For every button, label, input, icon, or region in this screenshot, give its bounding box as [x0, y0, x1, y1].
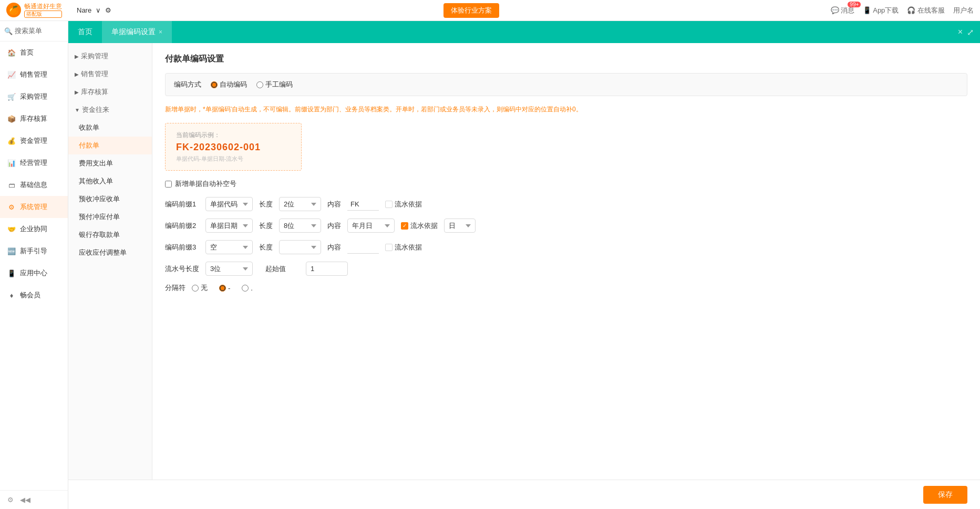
prefix-3-select[interactable]: 空 [205, 240, 253, 254]
guide-icon: 🆕 [7, 247, 16, 255]
sub-group-sales: ▶ 销售管理 [68, 65, 152, 83]
length-3-select[interactable] [279, 240, 321, 254]
sidebar-bottom: ⚙ ◀◀ [0, 490, 68, 509]
tab-bar-right-actions: × ⤢ [958, 27, 980, 37]
page-title: 付款单编码设置 [165, 54, 967, 65]
sidebar-item-basic[interactable]: 🗃 基础信息 [0, 174, 68, 196]
period-select[interactable]: 日 月 年 [444, 219, 476, 233]
sidebar-menu: 🏠 首页 📈 销售管理 🛒 采购管理 📦 库存核算 💰 资金管理 📊 经 [0, 41, 68, 490]
sep-dot-option[interactable]: . [242, 284, 253, 292]
left-sidebar: 🔍 搜索菜单 🏠 首页 📈 销售管理 🛒 采购管理 📦 库存核算 💰 [0, 21, 68, 509]
search-menu[interactable]: 🔍 搜索菜单 [0, 21, 68, 41]
length-2-select[interactable]: 8位 [279, 219, 321, 233]
sidebar-item-home[interactable]: 🏠 首页 [0, 41, 68, 64]
prefix-2-select[interactable]: 单据日期 [205, 219, 253, 233]
logo-icon: 🍊 [6, 3, 21, 17]
sub-menu-item-payment[interactable]: 付款单 [68, 137, 152, 154]
sidebar-item-member[interactable]: ♦ 畅会员 [0, 284, 68, 306]
tab-current[interactable]: 单据编码设置 × [102, 21, 172, 43]
main-layout: 🔍 搜索菜单 🏠 首页 📈 销售管理 🛒 采购管理 📦 库存核算 💰 [0, 21, 980, 509]
content-3-input[interactable] [347, 241, 379, 254]
message-button[interactable]: 💬 消息 99+ [831, 6, 854, 15]
prefix-1-select[interactable]: 单据代码 单据代码 [205, 197, 253, 211]
serial-length-select[interactable]: 3位 4位 5位 [205, 262, 253, 276]
top-nav-company[interactable]: Nare ∨ ⚙ [77, 6, 111, 14]
separator-options: 无 - . [192, 283, 259, 293]
online-service-button[interactable]: 🎧 在线客服 [907, 6, 945, 15]
tab-home[interactable]: 首页 [68, 21, 102, 43]
experience-button[interactable]: 体验行业方案 [443, 3, 499, 18]
content-2-select[interactable]: 年月日 [347, 219, 395, 233]
settings-bottom-icon[interactable]: ⚙ [7, 496, 14, 504]
length-2-label: 长度 [259, 221, 273, 231]
sub-menu-item-other-income[interactable]: 其他收入单 [68, 172, 152, 190]
serial-2-check[interactable]: ✓ 流水依据 [401, 221, 438, 231]
serial-2-checkbox[interactable]: ✓ [401, 222, 408, 230]
sub-menu-header-inventory[interactable]: ▶ 库存核算 [68, 83, 152, 101]
system-icon: ⚙ [7, 203, 16, 211]
sidebar-item-sales[interactable]: 📈 销售管理 [0, 64, 68, 86]
auto-fill-row: 新增单据自动补空号 [165, 179, 967, 189]
serial-1-checkbox[interactable] [385, 201, 393, 208]
message-icon: 💬 [831, 6, 839, 14]
serial-3-checkbox[interactable] [385, 244, 393, 251]
tab-close-icon[interactable]: × [159, 28, 162, 36]
sidebar-item-enterprise[interactable]: 🤝 企业协同 [0, 218, 68, 240]
settings-icon[interactable]: ⚙ [105, 6, 111, 14]
sub-menu-header-purchase[interactable]: ▶ 采购管理 [68, 47, 152, 65]
sub-menu-header-sales[interactable]: ▶ 销售管理 [68, 65, 152, 83]
serial-1-check[interactable]: 流水依据 [385, 200, 422, 209]
sub-menu-item-prepaid-ar[interactable]: 预收冲应收单 [68, 190, 152, 208]
auto-fill-checkbox[interactable] [165, 181, 172, 188]
tab-expand-icon[interactable]: ⤢ [967, 27, 974, 37]
bottom-bar: 保存 [68, 480, 980, 509]
save-button[interactable]: 保存 [923, 486, 967, 504]
info-text: 新增单据时，*单据编码'自动生成，不可编辑。前缀设置为部门、业务员等档案类。开单… [165, 105, 967, 115]
prefix-row-2: 编码前缀2 单据日期 长度 8位 内容 年月日 ✓ 流水依据 [165, 219, 967, 233]
serial-3-check[interactable]: 流水依据 [385, 243, 422, 252]
auto-encoding-option[interactable]: 自动编码 [211, 80, 247, 89]
top-bar-left: 🍊 畅通道好生意 搭配版 Nare ∨ ⚙ [6, 3, 111, 17]
user-avatar[interactable]: 用户名 [953, 6, 974, 15]
sub-menu-item-prepaid-ap[interactable]: 预付冲应付单 [68, 208, 152, 226]
manual-encoding-radio[interactable] [256, 81, 263, 88]
encoding-method-label: 编码方式 [174, 80, 201, 89]
main-content: 付款单编码设置 编码方式 自动编码 手工编码 新增单据时，*单据编码'自动生成 [152, 43, 980, 480]
sep-none-radio[interactable] [192, 285, 199, 292]
collapse-icon[interactable]: ◀◀ [20, 496, 30, 504]
chevron-right-icon3: ▶ [75, 89, 79, 95]
home-icon: 🏠 [7, 48, 16, 57]
sidebar-item-guide[interactable]: 🆕 新手引导 [0, 240, 68, 262]
search-icon: 🔍 [4, 27, 13, 35]
sidebar-item-appcenter[interactable]: 📱 应用中心 [0, 262, 68, 284]
prefix-3-label: 编码前缀3 [165, 243, 199, 252]
serial-length-label: 流水号长度 [165, 264, 199, 274]
sep-none-option[interactable]: 无 [192, 283, 208, 293]
sidebar-item-inventory[interactable]: 📦 库存核算 [0, 108, 68, 130]
encoding-method-section: 编码方式 自动编码 手工编码 [165, 73, 967, 96]
chevron-right-icon: ▶ [75, 54, 79, 59]
sep-dot-radio[interactable] [242, 285, 249, 292]
sep-dash-radio[interactable] [219, 285, 226, 292]
code-preview-sub: 单据代码-单据日期-流水号 [176, 155, 291, 163]
auto-encoding-radio[interactable] [211, 81, 218, 88]
app-download-button[interactable]: 📱 App下载 [863, 6, 899, 15]
sidebar-item-system[interactable]: ⚙ 系统管理 [0, 196, 68, 218]
sub-section-capital[interactable]: ▼ 资金往来 [68, 101, 152, 119]
manual-encoding-option[interactable]: 手工编码 [256, 80, 293, 89]
sidebar-item-operations[interactable]: 📊 经营管理 [0, 152, 68, 174]
sidebar-item-finance[interactable]: 💰 资金管理 [0, 130, 68, 152]
length-1-select[interactable]: 2位 [279, 197, 321, 211]
sub-menu-item-adjustment[interactable]: 应收应付调整单 [68, 244, 152, 262]
nav-arrow-icon: ∨ [96, 6, 101, 14]
tab-close-window-icon[interactable]: × [958, 27, 963, 37]
content-3-label: 内容 [327, 243, 341, 252]
content-1-input[interactable] [347, 198, 379, 211]
prefix-1-label: 编码前缀1 [165, 200, 199, 209]
sep-dash-option[interactable]: - [219, 284, 230, 292]
sidebar-item-purchase[interactable]: 🛒 采购管理 [0, 86, 68, 108]
sub-menu-item-receipt[interactable]: 收款单 [68, 119, 152, 137]
start-value-input[interactable] [306, 262, 348, 276]
sub-menu-item-expense[interactable]: 费用支出单 [68, 154, 152, 172]
sub-menu-item-bank[interactable]: 银行存取款单 [68, 226, 152, 244]
